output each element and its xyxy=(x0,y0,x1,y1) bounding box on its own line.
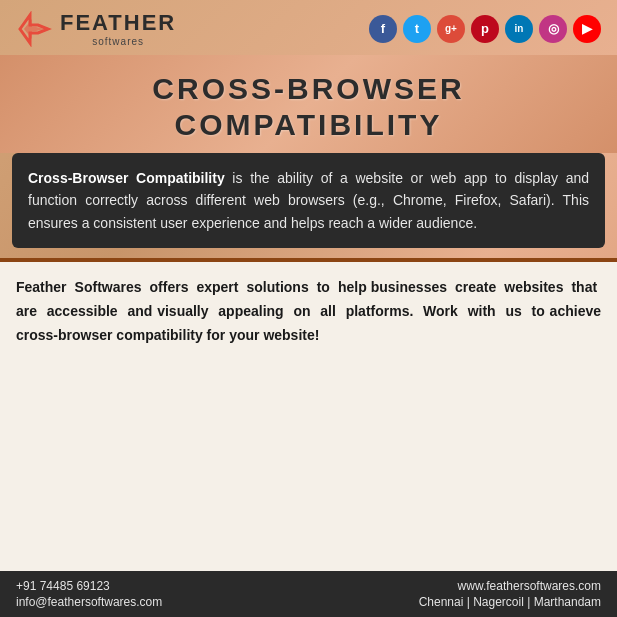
svg-marker-1 xyxy=(24,19,44,39)
title-line2: COMPATIBILITY xyxy=(20,107,597,143)
logo-text-area: FEATHER softwares xyxy=(60,10,176,47)
info-section: Feather Softwares offers expert solution… xyxy=(0,262,617,571)
main-title: CROSS-BROWSER COMPATIBILITY xyxy=(20,71,597,143)
instagram-icon[interactable]: ◎ xyxy=(539,15,567,43)
page-container: FEATHER softwares f t g+ p in ◎ ▶ CROSS-… xyxy=(0,0,617,617)
footer-right: www.feathersoftwares.com Chennai | Nager… xyxy=(419,579,601,609)
footer-website: www.feathersoftwares.com xyxy=(419,579,601,593)
logo-name: FEATHER xyxy=(60,10,176,36)
googleplus-icon[interactable]: g+ xyxy=(437,15,465,43)
info-text: Feather Softwares offers expert solution… xyxy=(16,276,601,347)
social-icons-group: f t g+ p in ◎ ▶ xyxy=(369,15,601,43)
header: FEATHER softwares f t g+ p in ◎ ▶ xyxy=(0,0,617,55)
title-line1: CROSS-BROWSER xyxy=(20,71,597,107)
twitter-icon[interactable]: t xyxy=(403,15,431,43)
logo-area: FEATHER softwares xyxy=(16,10,176,47)
linkedin-icon[interactable]: in xyxy=(505,15,533,43)
title-section: CROSS-BROWSER COMPATIBILITY xyxy=(0,55,617,153)
pinterest-icon[interactable]: p xyxy=(471,15,499,43)
footer-phone: +91 74485 69123 xyxy=(16,579,162,593)
logo-icon xyxy=(16,11,52,47)
footer-locations: Chennai | Nagercoil | Marthandam xyxy=(419,595,601,609)
footer: +91 74485 69123 info@feathersoftwares.co… xyxy=(0,571,617,617)
footer-left: +91 74485 69123 info@feathersoftwares.co… xyxy=(16,579,162,609)
youtube-icon[interactable]: ▶ xyxy=(573,15,601,43)
description-box: Cross-Browser Compatibility is the abili… xyxy=(12,153,605,248)
footer-email: info@feathersoftwares.com xyxy=(16,595,162,609)
logo-sub: softwares xyxy=(60,36,176,47)
facebook-icon[interactable]: f xyxy=(369,15,397,43)
description-text: Cross-Browser Compatibility is the abili… xyxy=(28,167,589,234)
